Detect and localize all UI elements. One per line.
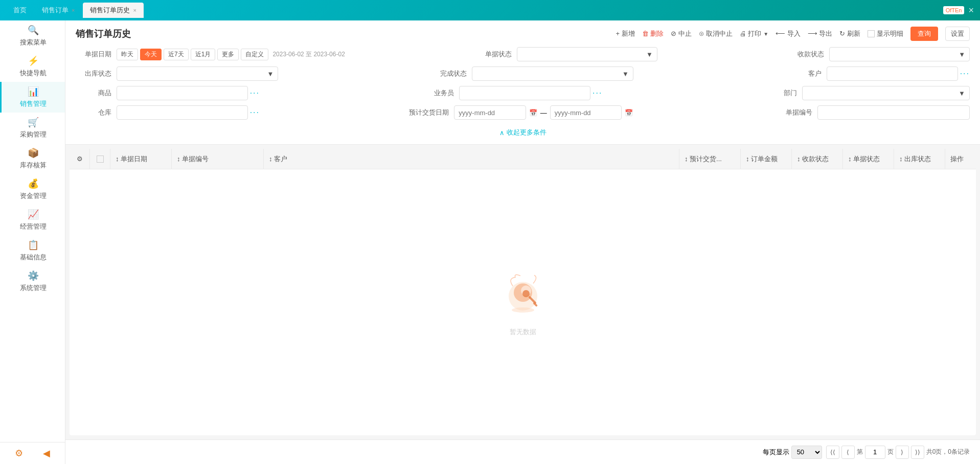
filter-row-3: 商品 ··· 业务员 ··· 部门 ▼ [76,86,970,100]
pagination: 每页显示 10 20 50 100 ⟨⟨ ⟨ 第 页 ⟩ ⟩⟩ 共0页，0条记录 [65,439,980,464]
product-input[interactable] [117,86,248,100]
warehouse-more-icon[interactable]: ··· [250,108,260,117]
collapse-icon[interactable]: ◀ [43,448,50,459]
warehouse-label: 仓库 [76,108,117,117]
expected-date-start[interactable] [454,105,526,120]
th-delivery-label: ↕ 预计交货... [685,154,722,164]
sidebar-item-system[interactable]: ⚙️ 系统管理 [0,266,65,297]
date-btn-more[interactable]: 更多 [217,49,239,60]
next-page-button[interactable]: ⟩ [896,446,909,459]
bill-no-input[interactable] [817,105,970,120]
date-btn-1month[interactable]: 近1月 [191,49,216,60]
salesman-more-icon[interactable]: ··· [592,89,602,98]
last-page-button[interactable]: ⟩⟩ [911,446,924,459]
often-tag: OfTEn [943,6,965,14]
delete-button[interactable]: 🗑 删除 [642,29,664,38]
page-title: 销售订单历史 [76,28,131,40]
collapse-up-icon: ∧ [499,129,505,137]
sidebar-item-finance[interactable]: 💰 资金管理 [0,174,65,205]
complete-status-label: 完成状态 [431,69,472,78]
display-detail-check[interactable]: 显示明细 [868,29,903,38]
th-date[interactable]: ↕ 单据日期 [110,149,172,169]
complete-status-select[interactable]: ▼ [472,67,633,81]
page-number-input[interactable] [865,446,885,459]
dept-label: 部门 [761,89,802,98]
sidebar-item-base-info[interactable]: 📋 基础信息 [0,235,65,266]
tab-home[interactable]: 首页 [6,3,34,18]
first-page-button[interactable]: ⟨⟨ [826,446,839,459]
warehouse-input[interactable] [117,105,248,120]
out-status-dropdown-icon: ▼ [267,70,274,78]
sidebar-item-business[interactable]: 📈 经营管理 [0,205,65,235]
th-bill-status[interactable]: ↕ 单据状态 [843,149,894,169]
customer-input[interactable] [827,67,958,81]
tab-sales-history[interactable]: 销售订单历史 × [83,3,143,18]
th-out-status[interactable]: ↕ 出库状态 [894,149,945,169]
product-more-icon[interactable]: ··· [250,89,260,98]
sidebar-item-purchase[interactable]: 🛒 采购管理 [0,113,65,143]
calendar-icon-end[interactable]: 📅 [625,109,633,117]
svg-point-1 [512,307,534,313]
display-detail-checkbox[interactable] [868,30,875,37]
print-button[interactable]: 🖨 打印 ▼ [740,29,769,38]
print-button-label: 🖨 打印 [740,29,762,38]
page-size-select[interactable]: 10 20 50 100 [791,446,822,459]
sidebar-item-search-menu-label: 搜索菜单 [20,38,47,47]
th-no[interactable]: ↕ 单据编号 [172,149,264,169]
date-btn-today[interactable]: 今天 [140,49,162,60]
bill-status-select[interactable]: ▼ [517,47,657,61]
setting-button[interactable]: 设置 [945,27,970,41]
sidebar-item-inventory[interactable]: 📦 库存核算 [0,143,65,174]
customer-more-icon[interactable]: ··· [960,69,970,78]
select-all-checkbox[interactable] [97,156,104,163]
th-delivery[interactable]: ↕ 预计交货... [679,149,741,169]
sidebar-item-sales[interactable]: 📊 销售管理 [0,82,65,113]
salesman-input[interactable] [459,86,590,100]
pay-status-dropdown-icon: ▼ [959,51,965,58]
sidebar-item-quick-nav[interactable]: ⚡ 快捷导航 [0,51,65,82]
cancel-stop-button[interactable]: ⊙ 取消中止 [699,29,733,38]
date-btn-yesterday[interactable]: 昨天 [117,49,138,60]
tab-sales-order-close[interactable]: × [72,7,75,13]
inventory-icon: 📦 [28,147,39,159]
collapse-row[interactable]: ∧ 收起更多条件 [76,125,970,140]
tab-sales-history-close[interactable]: × [133,7,136,13]
th-pay-status-label: ↕ 收款状态 [797,154,829,164]
th-checkbox[interactable] [90,149,110,169]
dept-select[interactable]: ▼ [802,86,970,100]
date-separator: — [540,109,547,117]
pay-status-select[interactable]: ▼ [829,47,970,61]
warehouse-filter: ··· [117,105,260,120]
sidebar-item-search-menu[interactable]: 🔍 搜索菜单 [0,20,65,51]
th-settings[interactable]: ⚙ [70,149,90,169]
date-quick-buttons: 昨天 今天 近7天 近1月 更多 自定义 2023-06-02 至 2023-0… [117,49,345,60]
date-btn-7days[interactable]: 近7天 [164,49,189,60]
tab-sales-order[interactable]: 销售订单 × [35,3,82,18]
th-pay-status[interactable]: ↕ 收款状态 [792,149,843,169]
calendar-icon-start[interactable]: 📅 [529,109,537,117]
query-button[interactable]: 查询 [910,27,938,41]
refresh-button[interactable]: ↻ 刷新 [839,29,860,38]
th-amount[interactable]: ↕ 订单金额 [741,149,792,169]
tab-sales-history-label: 销售订单历史 [90,6,130,15]
sidebar-item-base-info-label: 基础信息 [20,253,47,262]
sidebar-item-sales-label: 销售管理 [20,99,47,108]
window-close-button[interactable]: × [968,5,974,16]
expected-date-end[interactable] [550,105,622,120]
out-status-select[interactable]: ▼ [117,67,278,81]
th-action: 操作 [945,149,976,169]
stop-button[interactable]: ⊘ 中止 [671,29,692,38]
prev-page-button[interactable]: ⟨ [841,446,855,459]
stop-button-label: ⊘ 中止 [671,29,692,38]
import-button[interactable]: ⟵ 导入 [776,29,801,38]
add-button[interactable]: + 新增 [616,29,635,38]
settings-bottom-icon[interactable]: ⚙ [15,448,23,459]
export-button[interactable]: ⟶ 导出 [808,29,833,38]
date-btn-custom[interactable]: 自定义 [241,49,268,60]
print-dropdown-icon[interactable]: ▼ [763,31,768,37]
th-customer[interactable]: ↕ 客户 [264,149,679,169]
toolbar: + 新增 🗑 删除 ⊘ 中止 ⊙ 取消中止 🖨 打印 ▼ [616,27,970,41]
content-area: 销售订单历史 + 新增 🗑 删除 ⊘ 中止 ⊙ 取消中止 🖨 [65,20,980,464]
th-amount-label: ↕ 订单金额 [746,154,778,164]
delete-button-label: 🗑 删除 [642,29,664,38]
